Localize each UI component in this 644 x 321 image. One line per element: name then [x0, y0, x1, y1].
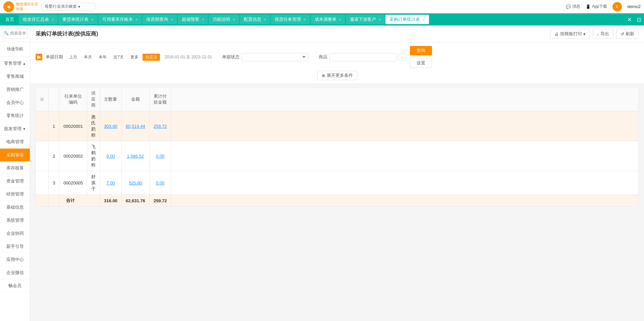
tab-function-desc[interactable]: 功能说明 × — [209, 15, 239, 24]
shortcut-this-month[interactable]: 本月 — [81, 54, 95, 61]
tab-receive-summary[interactable]: 收发存汇总表 × — [19, 15, 58, 24]
page-header: 采购订单统计表(按供应商) 🖨 按模板打印 ▾ ↓ 导出 ↺ 刷新 — [30, 25, 644, 43]
tab-close-icon[interactable]: × — [136, 17, 138, 21]
workspace-selector[interactable]: 母婴行业演示账套 ▾ — [42, 3, 95, 10]
message-btn[interactable]: 💬 消息 — [566, 4, 580, 9]
logo-icon: 畅 — [3, 1, 14, 12]
tab-available-stock[interactable]: 可用量库存账本 × — [98, 15, 142, 24]
tab-cost-adjust[interactable]: 成本调整单 × — [311, 15, 345, 24]
settings-btn[interactable]: 设置 — [410, 58, 432, 68]
user-avatar: E — [612, 2, 622, 11]
quick-nav-btn[interactable]: 快捷导航 — [2, 44, 28, 54]
sidebar-item-new-guide[interactable]: 新手引导 — [0, 240, 30, 253]
expand-icon: ▲ — [22, 62, 26, 65]
sidebar-item-marketing[interactable]: 营销推广 — [0, 83, 30, 96]
tab-picking-task[interactable]: 拣货任务管理 × — [271, 15, 310, 24]
tab-close-icon[interactable]: × — [171, 17, 173, 21]
sidebar-item-finance-mgmt[interactable]: 资金管理 — [0, 175, 30, 188]
shortcut-this-year[interactable]: 本年 — [96, 54, 109, 61]
col-header-settings: ⚙ — [36, 88, 49, 111]
sidebar-item-system-mgmt[interactable]: 系统管理 — [0, 214, 30, 227]
tab-invite-downstream[interactable]: 邀请下游客户 × — [346, 15, 385, 24]
shortcut-more[interactable]: 更多 — [128, 54, 141, 61]
tab-overstock-warning[interactable]: 超储预警 × — [178, 15, 208, 24]
row-main-qty[interactable]: 7.00 — [100, 171, 122, 195]
row-amount[interactable]: 1,586.52 — [121, 141, 149, 171]
sidebar-item-retail-store[interactable]: 零售商城 — [0, 70, 30, 83]
sidebar-item-retail-mgmt[interactable]: 零售管理 ▲ — [0, 57, 30, 70]
tab-expiry-query[interactable]: 保质期查询 × — [142, 15, 177, 24]
sidebar-item-ecommerce-mgmt[interactable]: 电商管理 — [0, 136, 30, 149]
sidebar: 🔍 搜索菜单 快捷导航 零售管理 ▲ 零售商城 营销推广 会员中心 零售统计 批… — [0, 25, 30, 321]
goods-more-btn[interactable]: ... — [398, 54, 407, 60]
row-paid-amount[interactable]: 259.72 — [149, 111, 171, 141]
status-select[interactable] — [241, 53, 309, 61]
tab-config-info[interactable]: 配置信息 × — [240, 15, 270, 24]
date-shortcuts: 上月 本月 本年 近7天 更多 自定义 — [66, 54, 160, 61]
table-settings-icon[interactable]: ⚙ — [40, 97, 44, 102]
tab-close-icon[interactable]: × — [52, 17, 54, 21]
refresh-btn[interactable]: ↺ 刷新 — [616, 29, 639, 39]
username[interactable]: demo2 — [627, 4, 641, 9]
row-main-qty[interactable]: 6.00 — [100, 141, 122, 171]
sidebar-item-wholesale-mgmt[interactable]: 批发管理 ▼ — [0, 122, 30, 136]
tab-restore-icon[interactable]: ⊡ — [636, 16, 643, 23]
export-icon: ↓ — [597, 32, 599, 37]
tab-close-icon[interactable]: × — [339, 17, 341, 21]
col-header-unit-code: 往来单位编码 — [59, 88, 87, 111]
tab-close-icon[interactable]: × — [233, 17, 235, 21]
sidebar-item-operation-mgmt[interactable]: 经营管理 — [0, 188, 30, 201]
sidebar-item-purchase-mgmt[interactable]: 采购管理 — [0, 149, 30, 162]
tab-close-icon[interactable]: × — [264, 17, 266, 21]
tab-close-icon[interactable]: × — [379, 17, 381, 21]
sidebar-item-member[interactable]: 畅会员 — [0, 279, 30, 292]
tab-home[interactable]: 首页 — [1, 15, 18, 24]
shortcut-last-month[interactable]: 上月 — [66, 54, 80, 61]
tab-purchase-order-summary[interactable]: 采购订单统计表 × — [385, 15, 429, 24]
shortcut-7days[interactable]: 近7天 — [111, 54, 126, 61]
row-main-qty[interactable]: 303.00 — [100, 111, 122, 141]
table-row: 1 00020001 惠氏奶粉 303.00 60,519.44 259.72 — [36, 111, 639, 141]
refresh-icon: ↺ — [621, 32, 624, 37]
tab-close-all-icon[interactable]: ✕ — [626, 16, 633, 23]
row-settings — [36, 141, 49, 171]
print-btn[interactable]: 🖨 按模板打印 ▾ — [550, 29, 590, 39]
row-paid-amount[interactable]: 0.00 — [149, 141, 171, 171]
search-menu-btn[interactable]: 🔍 搜索菜单 — [2, 28, 28, 39]
content-area: 采购订单统计表(按供应商) 🖨 按模板打印 ▾ ↓ 导出 ↺ 刷新 — [30, 25, 644, 321]
print-dropdown-icon: ▾ — [583, 32, 586, 37]
row-amount[interactable]: 60,519.44 — [121, 111, 149, 141]
page-title: 采购订单统计表(按供应商) — [36, 31, 98, 38]
footer-amount: 62,631.76 — [121, 195, 149, 207]
sidebar-item-basic-info[interactable]: 基础信息 — [0, 201, 30, 214]
status-filter-label: 单据状态 — [222, 54, 239, 60]
row-amount[interactable]: 525.80 — [121, 171, 149, 195]
footer-main-qty: 316.00 — [100, 195, 122, 207]
export-btn[interactable]: ↓ 导出 — [593, 29, 614, 39]
tab-purchase-summary[interactable]: 要货单统计表 × — [58, 15, 97, 24]
sidebar-item-retail-stats[interactable]: 零售统计 — [0, 109, 30, 122]
table-row: 2 00020002 飞鹤奶粉 6.00 1,586.52 0.00 — [36, 141, 639, 171]
tab-close-icon[interactable]: × — [202, 17, 204, 21]
footer-paid-amount: 259.72 — [149, 195, 171, 207]
top-bar: 畅 畅捷通好生意 标版 母婴行业演示账套 ▾ 💬 消息 📱 App下载 E de… — [0, 0, 644, 13]
row-paid-amount[interactable]: 0.00 — [149, 171, 171, 195]
col-header-paid-amount: 累计付款金额 — [149, 88, 171, 111]
tab-close-icon[interactable]: × — [423, 17, 425, 21]
col-header-amount: 金额 — [121, 88, 149, 111]
logo-area: 畅 畅捷通好生意 标版 — [3, 1, 38, 12]
app-download-btn[interactable]: 📱 App下载 — [586, 4, 607, 9]
sidebar-item-member-center[interactable]: 会员中心 — [0, 96, 30, 109]
expand-more-btn[interactable]: ⊕ 展开更多条件 — [317, 71, 357, 80]
tab-close-icon[interactable]: × — [304, 17, 306, 21]
query-btn[interactable]: 查询 — [410, 46, 432, 55]
sidebar-item-inventory-check[interactable]: 库存核算 — [0, 162, 30, 175]
sidebar-item-app-center[interactable]: 应用中心 — [0, 253, 30, 266]
nav-right-btns: ✕ ⊡ — [626, 16, 643, 23]
tab-close-icon[interactable]: × — [91, 17, 93, 21]
sidebar-item-enterprise-wechat[interactable]: 企业微信 — [0, 266, 30, 279]
filter-collapse-btn[interactable]: ▶ — [36, 54, 42, 60]
custom-date-badge[interactable]: 自定义 — [143, 54, 160, 61]
sidebar-item-enterprise-collab[interactable]: 企业协同 — [0, 227, 30, 240]
goods-input[interactable] — [329, 53, 396, 61]
